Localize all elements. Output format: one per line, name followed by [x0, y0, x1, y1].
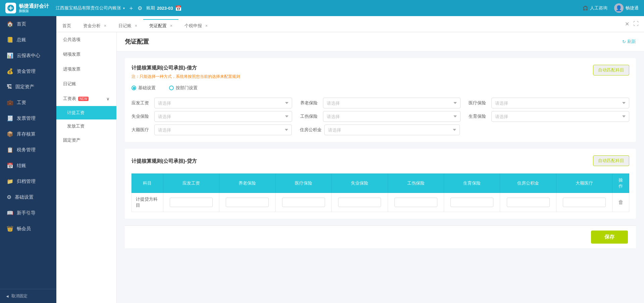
section-credit-title: 计提核算规则(公司承担)-贷方 — [131, 158, 197, 164]
close-window-icon[interactable]: ✕ — [625, 21, 629, 27]
sidebar-item-tax[interactable]: 📋 税务管理 — [0, 142, 56, 158]
sidebar-item-label: 库存核算 — [17, 131, 36, 137]
left-nav-pay-salary[interactable]: 发放工资 — [56, 119, 116, 133]
tab-fund-analysis-label: 资金分析 — [83, 23, 101, 29]
settings-sidebar-icon: ⚙ — [7, 194, 11, 200]
left-nav-pay-salary-label: 发放工资 — [67, 123, 85, 129]
support-button[interactable]: 🎧 人工咨询 — [583, 5, 607, 11]
period-selector: 账期 2023-03 📅 — [146, 5, 182, 11]
input-td-yanglao[interactable] — [226, 198, 269, 207]
left-nav-salary-table[interactable]: 工资表 NEW ∨ — [56, 91, 116, 106]
sidebar-item-home[interactable]: 🏠 首页 — [0, 16, 56, 32]
sidebar-item-guide[interactable]: 📖 新手引导 — [0, 205, 56, 221]
tab-home[interactable]: 首页 — [56, 19, 77, 32]
select-zhufang[interactable]: 请选择 — [324, 124, 460, 135]
left-nav-purchase[interactable]: 进项发票 — [56, 62, 116, 77]
left-nav-calc-salary[interactable]: 计提工资 — [56, 106, 116, 119]
tab-voucher-config-close[interactable]: × — [170, 23, 172, 28]
save-button[interactable]: 保存 — [591, 231, 628, 244]
support-label: 人工咨询 — [590, 5, 607, 11]
settings-icon[interactable]: ⚙ — [138, 5, 142, 11]
app-name: 畅捷通好会计 — [19, 3, 49, 9]
select-shengyu[interactable]: 请选择 — [491, 111, 629, 122]
input-td-yingfa[interactable] — [170, 198, 213, 207]
fixed-icon: 🏗 — [7, 84, 12, 90]
form-item-daextra: 大额医疗 请选择 — [131, 124, 292, 135]
left-nav-public-label: 公共选项 — [63, 37, 80, 43]
tab-journal-close[interactable]: × — [135, 23, 137, 28]
tab-journal[interactable]: 日记账 × — [112, 19, 143, 32]
period-value: 2023-03 — [157, 6, 173, 11]
salary-icon: 💼 — [7, 99, 13, 106]
input-td-daextra[interactable] — [563, 198, 606, 207]
sidebar-item-salary[interactable]: 💼 工资 — [0, 95, 56, 110]
input-td-shiye[interactable] — [338, 198, 381, 207]
sidebar-item-archive[interactable]: 📁 归档管理 — [0, 173, 56, 189]
form-grid-row2: 失业保险 请选择 工伤保险 请选择 — [131, 111, 629, 122]
sidebar-item-inventory[interactable]: 📦 库存核算 — [0, 126, 56, 142]
sidebar-item-invoice[interactable]: 🧾 发票管理 — [0, 110, 56, 126]
tab-fund-analysis-close[interactable]: × — [104, 23, 106, 28]
radio-basic[interactable]: 基础设置 — [131, 85, 156, 91]
select-shiye[interactable]: 请选择 — [154, 111, 292, 122]
tab-fund-analysis[interactable]: 资金分析 × — [77, 19, 112, 32]
radio-basic-dot — [131, 86, 136, 90]
cancel-fixed-label: 取消固定 — [11, 293, 28, 299]
sidebar-item-label: 发票管理 — [17, 115, 36, 121]
select-yanglao[interactable]: 请选择 — [323, 98, 461, 108]
calendar-icon[interactable]: 📅 — [175, 5, 182, 11]
sidebar-item-fixed[interactable]: 🏗 固定资产 — [0, 79, 56, 95]
tab-voucher-config[interactable]: 凭证配置 × — [143, 19, 178, 32]
radio-department[interactable]: 按部门设置 — [169, 85, 198, 91]
user-menu[interactable]: 👤 畅捷通 — [614, 3, 639, 13]
select-yingfa[interactable]: 请选择 — [154, 98, 292, 108]
app-edition: 旗舰版 — [19, 9, 49, 13]
tab-tax-report[interactable]: 个税申报 × — [178, 19, 214, 32]
save-bar: 保存 — [125, 225, 636, 248]
sidebar-item-report[interactable]: 📊 云报表中心 — [0, 48, 56, 63]
left-nav-public[interactable]: 公共选项 — [56, 32, 116, 47]
input-td-shengyu[interactable] — [450, 198, 493, 207]
sidebar-item-ledger[interactable]: 📒 总账 — [0, 32, 56, 48]
left-nav-fixed-asset[interactable]: 固定资产 — [56, 133, 116, 148]
label-zhufang: 住房公积金 — [300, 127, 322, 133]
auto-match-credit-button[interactable]: 自动匹配科目 — [593, 155, 629, 166]
th-subject: 科目 — [132, 174, 163, 193]
sidebar-item-settings[interactable]: ⚙ 基础设置 — [0, 189, 56, 205]
sidebar-item-close[interactable]: 📅 结账 — [0, 158, 56, 173]
sidebar-item-label: 工资 — [17, 100, 26, 106]
sidebar-item-member[interactable]: 👑 畅会员 — [0, 221, 56, 237]
tab-tax-report-close[interactable]: × — [205, 23, 208, 28]
add-button[interactable]: ＋ — [128, 4, 134, 12]
label-daextra: 大额医疗 — [131, 127, 152, 133]
tab-home-label: 首页 — [62, 23, 71, 29]
left-nav-sales[interactable]: 销项发票 — [56, 47, 116, 62]
page-content: 公共选项 销项发票 进项发票 日记账 工资表 NEW ∨ — [56, 32, 644, 303]
sidebar: 🏠 首页 📒 总账 📊 云报表中心 💰 资金管理 🏗 固定资产 💼 工资 🧾 发… — [0, 16, 56, 303]
period-label: 账期 — [146, 5, 155, 11]
refresh-button[interactable]: ↻ 刷新 — [622, 39, 636, 45]
company-name: 江西服宝精品有限责任公司内账张 — [56, 5, 121, 11]
left-nav-sales-label: 销项发票 — [63, 51, 80, 57]
expand-icon: ∨ — [106, 96, 110, 101]
select-yiliao[interactable]: 请选择 — [491, 98, 629, 108]
left-nav-journal[interactable]: 日记账 — [56, 77, 116, 91]
input-td-yiliao[interactable] — [282, 198, 325, 207]
th-yingfa: 应发工资 — [163, 174, 219, 193]
cancel-fixed-button[interactable]: ◄ 取消固定 — [0, 289, 56, 303]
invoice-icon: 🧾 — [7, 115, 13, 121]
input-td-zhufang[interactable] — [507, 198, 550, 207]
section-debit-note: 注：只能选择一种方式，系统将按照您当前的选择来配置规则 — [131, 74, 240, 80]
sidebar-item-fund[interactable]: 💰 资金管理 — [0, 63, 56, 79]
auto-match-debit-button[interactable]: 自动匹配科目 — [593, 65, 629, 75]
company-selector[interactable]: 江西服宝精品有限责任公司内账张 ▾ — [56, 5, 125, 11]
inventory-icon: 📦 — [7, 131, 13, 137]
home-icon: 🏠 — [7, 21, 13, 27]
tab-journal-label: 日记账 — [118, 23, 131, 29]
select-daextra[interactable]: 请选择 — [154, 124, 292, 135]
headset-icon: 🎧 — [583, 6, 588, 11]
select-gongshang[interactable]: 请选择 — [323, 111, 461, 122]
input-td-gongshang[interactable] — [394, 198, 437, 207]
delete-row-icon[interactable]: 🗑 — [618, 199, 624, 205]
expand-window-icon[interactable]: ⛶ — [633, 21, 639, 27]
